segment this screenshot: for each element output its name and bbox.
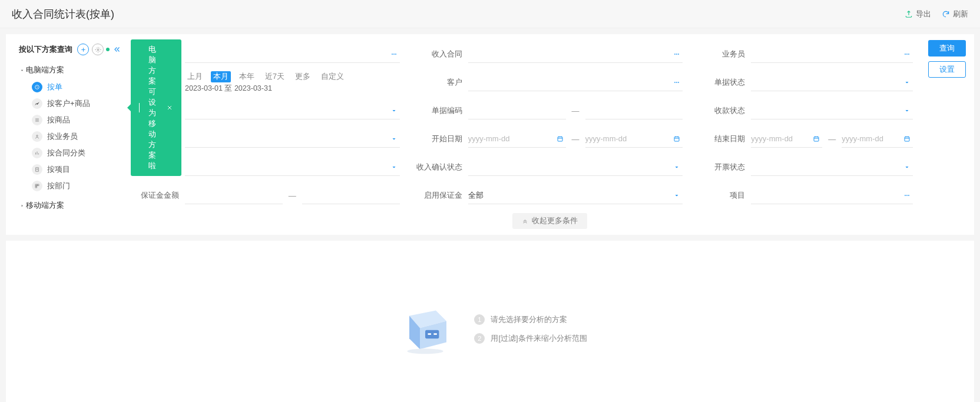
refresh-label: 刷新 — [953, 9, 968, 19]
calendar-icon[interactable] — [673, 135, 680, 142]
sidebar-item-by-project[interactable]: 按项目 — [32, 161, 126, 178]
svg-point-14 — [906, 54, 908, 55]
chevron-down-icon — [903, 107, 911, 114]
svg-rect-29 — [425, 330, 439, 338]
calendar-icon[interactable] — [557, 135, 564, 142]
contract-cat-select[interactable] — [185, 130, 400, 148]
end-date-label: 结束日期 — [699, 134, 751, 144]
range-sep: — — [289, 191, 296, 200]
step-number-icon: 1 — [474, 314, 485, 325]
use-deposit-select[interactable]: 全部 — [468, 187, 683, 204]
start-date-to-input[interactable] — [585, 134, 683, 143]
svg-point-23 — [905, 195, 906, 196]
chevron-down-icon — [673, 192, 680, 199]
dots-icon — [390, 51, 398, 58]
chevron-down-icon — [18, 68, 26, 73]
svg-point-0 — [97, 49, 99, 51]
query-button[interactable]: 查询 — [928, 40, 966, 57]
sign-date-range: 2023-03-01 至 2023-03-31 — [185, 84, 400, 94]
date-tag-7days[interactable]: 近7天 — [263, 71, 287, 82]
start-date-label: 开始日期 — [416, 134, 468, 144]
grid-icon — [34, 183, 40, 189]
end-date-to-input[interactable] — [842, 134, 913, 143]
settings-button[interactable]: 设置 — [928, 61, 966, 78]
tree-group-label: 电脑端方案 — [26, 65, 64, 75]
bill-no-from-input[interactable] — [468, 106, 566, 115]
tree-group-mobile[interactable]: 移动端方案 — [18, 198, 126, 213]
sidebar-item-by-order[interactable]: 按单 — [32, 79, 126, 95]
bill-status-label: 单据状态 — [699, 77, 751, 88]
date-tag-last-month[interactable]: 上月 — [185, 71, 205, 82]
refresh-icon — [942, 10, 950, 18]
svg-rect-30 — [428, 333, 431, 335]
svg-point-15 — [908, 54, 909, 55]
chevron-down-icon — [390, 164, 398, 171]
close-icon — [166, 104, 173, 111]
filter-panel: 查询 设置 收入合同 业务员 — [130, 34, 974, 235]
deposit-amt-from-input[interactable] — [185, 191, 283, 200]
tooltip-close-button[interactable] — [166, 104, 173, 111]
date-tag-this-year[interactable]: 本年 — [237, 71, 257, 82]
sidebar-item-label: 按客户+商品 — [47, 98, 90, 109]
chevron-down-icon — [673, 164, 680, 171]
salesman-selector[interactable] — [751, 45, 913, 63]
dots-icon — [673, 79, 680, 86]
svg-point-16 — [674, 82, 676, 83]
svg-point-8 — [393, 54, 395, 55]
svg-point-10 — [674, 54, 676, 55]
tree-group-pc[interactable]: 电脑端方案 — [18, 62, 126, 78]
export-button[interactable]: 导出 — [905, 9, 931, 19]
sidebar-title: 按以下方案查询 — [19, 44, 74, 55]
chevron-double-up-icon — [522, 218, 528, 224]
add-scheme-button[interactable] — [77, 44, 89, 55]
date-quick-tags: 上月 本月 本年 近7天 更多 自定义 — [185, 71, 400, 82]
svg-rect-31 — [434, 333, 437, 335]
config-scheme-button[interactable] — [92, 44, 104, 55]
customer-selector[interactable] — [468, 74, 683, 91]
confirm-status-select[interactable] — [468, 158, 683, 176]
sidebar-item-by-salesman[interactable]: 按业务员 — [32, 128, 126, 145]
income-contract-selector[interactable] — [468, 45, 683, 63]
date-tag-more[interactable]: 更多 — [293, 71, 313, 82]
sidebar-item-by-product[interactable]: 按商品 — [32, 112, 126, 128]
bill-status-select[interactable] — [751, 74, 913, 91]
tree-group-label: 移动端方案 — [26, 200, 64, 211]
date-tag-this-month[interactable]: 本月 — [211, 71, 231, 82]
svg-point-11 — [676, 54, 677, 55]
collapse-filters-button[interactable]: 收起更多条件 — [512, 213, 587, 229]
svg-rect-6 — [35, 186, 37, 188]
chevron-double-left-icon — [113, 45, 121, 54]
sidebar-item-by-dept[interactable]: 按部门 — [32, 178, 126, 194]
finish-status-select[interactable] — [185, 158, 400, 176]
bill-no-to-input[interactable] — [585, 106, 683, 115]
start-date-from-input[interactable] — [468, 134, 566, 143]
date-tag-custom[interactable]: 自定义 — [319, 71, 346, 82]
receive-status-select[interactable] — [751, 102, 913, 119]
sidebar-item-by-customer-product[interactable]: 按客户+商品 — [32, 95, 126, 112]
refresh-button[interactable]: 刷新 — [942, 9, 968, 19]
end-date-from-input[interactable] — [751, 134, 822, 143]
dept-select[interactable] — [185, 102, 400, 119]
user-icon — [34, 134, 40, 139]
deposit-amt-to-input[interactable] — [302, 191, 400, 200]
sidebar-item-by-category[interactable]: 按合同分类 — [32, 145, 126, 161]
project-selector[interactable] — [751, 187, 913, 204]
result-panel: 1 请先选择要分析的方案 2 用[过滤]条件来缩小分析范围 — [6, 241, 974, 402]
salesman-label: 业务员 — [699, 49, 751, 59]
svg-point-2 — [37, 135, 38, 137]
chevron-down-icon — [903, 79, 911, 86]
export-label: 导出 — [916, 9, 931, 19]
collapse-sidebar-button[interactable] — [113, 45, 121, 54]
sidebar-item-label: 按业务员 — [47, 131, 78, 142]
svg-rect-5 — [37, 184, 38, 186]
calendar-icon[interactable] — [903, 135, 911, 142]
chevron-right-icon — [18, 203, 26, 208]
svg-point-17 — [676, 82, 677, 83]
blank-selector[interactable] — [185, 45, 400, 63]
use-deposit-value: 全部 — [468, 190, 484, 201]
sidebar-item-label: 按部门 — [47, 181, 70, 191]
invoice-status-select[interactable] — [751, 158, 913, 176]
calendar-icon[interactable] — [813, 135, 820, 142]
range-sep: — — [572, 135, 580, 144]
empty-illustration — [393, 303, 458, 356]
